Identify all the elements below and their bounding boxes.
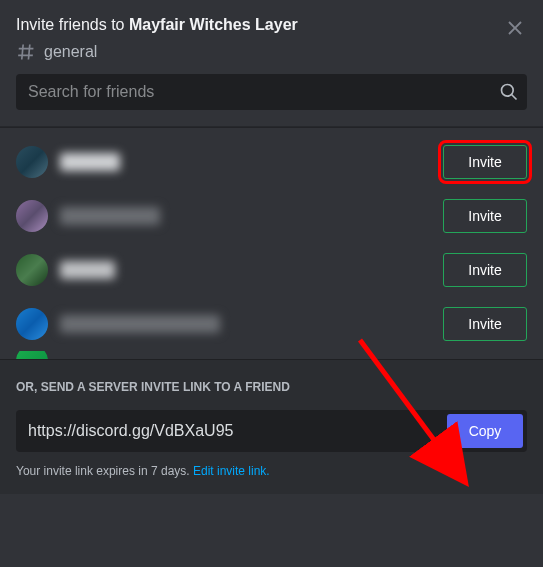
friend-row[interactable]: Invite	[16, 189, 527, 243]
avatar	[16, 254, 48, 286]
avatar	[16, 146, 48, 178]
search-wrapper	[0, 74, 543, 126]
modal-header: Invite friends to Mayfair Witches Layer	[0, 0, 543, 38]
invite-link-label: OR, SEND A SERVER INVITE LINK TO A FRIEN…	[16, 380, 527, 394]
invite-button[interactable]: Invite	[443, 253, 527, 287]
friend-name-wrapper	[60, 207, 431, 225]
search-icon	[499, 82, 519, 102]
friend-name-wrapper	[60, 261, 431, 279]
friend-name-wrapper	[60, 315, 431, 333]
avatar	[16, 351, 48, 359]
modal-title: Invite friends to Mayfair Witches Layer	[16, 16, 527, 34]
friend-row[interactable]: Invite	[16, 135, 527, 189]
friend-name-wrapper	[60, 153, 431, 171]
channel-name: general	[44, 43, 97, 61]
friend-name	[60, 153, 120, 171]
invite-link-row: Copy	[16, 410, 527, 452]
search-box	[16, 74, 527, 110]
invite-link-input[interactable]	[20, 416, 447, 446]
friend-name	[60, 315, 220, 333]
title-server-name: Mayfair Witches Layer	[129, 16, 298, 33]
edit-invite-link[interactable]: Edit invite link.	[193, 464, 270, 478]
close-icon	[505, 18, 525, 38]
invite-button[interactable]: Invite	[443, 199, 527, 233]
avatar	[16, 308, 48, 340]
friend-row[interactable]: Invite	[16, 243, 527, 297]
friend-name	[60, 261, 115, 279]
invite-button[interactable]: Invite	[443, 307, 527, 341]
friend-name	[60, 207, 160, 225]
hash-icon	[16, 42, 36, 62]
friend-row[interactable]	[16, 351, 527, 359]
friend-row[interactable]: Invite	[16, 297, 527, 351]
title-prefix: Invite friends to	[16, 16, 129, 33]
expire-text: Your invite link expires in 7 days.	[16, 464, 193, 478]
expire-text-row: Your invite link expires in 7 days. Edit…	[16, 464, 527, 478]
friends-list[interactable]: Invite Invite Invite Invite	[0, 127, 543, 359]
invite-link-section: OR, SEND A SERVER INVITE LINK TO A FRIEN…	[0, 359, 543, 494]
invite-button[interactable]: Invite	[443, 145, 527, 179]
search-input[interactable]	[24, 75, 499, 109]
copy-button[interactable]: Copy	[447, 414, 523, 448]
close-button[interactable]	[503, 16, 527, 40]
avatar	[16, 200, 48, 232]
channel-selector[interactable]: general	[0, 38, 543, 74]
